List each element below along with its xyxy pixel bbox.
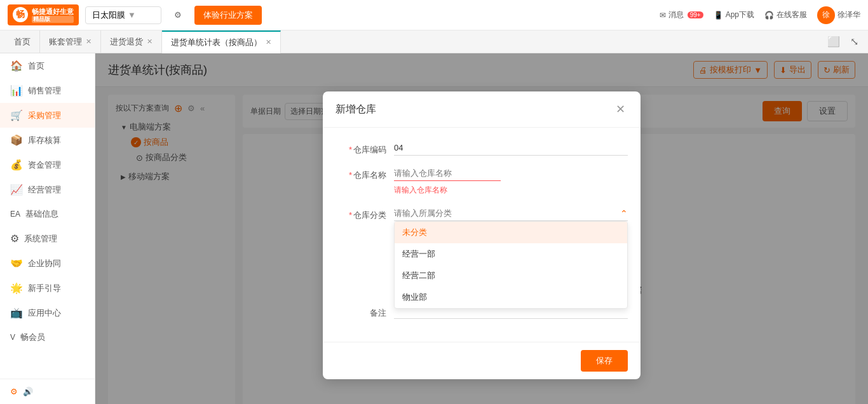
- sidebar-item-sales-label: 销售管理: [28, 85, 61, 97]
- username: 徐泽华: [837, 10, 860, 20]
- name-error-text: 请输入仓库名称: [394, 185, 447, 196]
- app-download-button[interactable]: 📱 App下载: [714, 10, 754, 20]
- inventory-icon: 📦: [10, 134, 23, 146]
- tab-purchase-return-label: 进货退货: [110, 36, 143, 48]
- avatar: 徐: [817, 6, 835, 24]
- purchase-icon: 🛒: [10, 109, 23, 121]
- tab-expand-button[interactable]: ⤡: [845, 33, 863, 51]
- system-icon: ⚙: [10, 232, 19, 245]
- messages-label: 消息: [668, 10, 684, 20]
- home-icon: 🏠: [10, 60, 23, 72]
- tab-purchase-stats[interactable]: 进货单统计表（按商品） ✕: [162, 30, 281, 53]
- volume-icon[interactable]: 🔊: [23, 387, 33, 396]
- app-icon: 📱: [714, 11, 723, 20]
- try-industry-button[interactable]: 体验行业方案: [194, 6, 262, 25]
- sidebar-item-apps[interactable]: 📺 应用中心: [0, 300, 95, 325]
- dropdown-item-dept2[interactable]: 经营二部: [395, 265, 627, 286]
- basic-icon: EA: [10, 210, 20, 219]
- layout: 🏠 首页 📊 销售管理 🛒 采购管理 📦 库存核算 💰 资金管理 📈 经营管理 …: [0, 53, 868, 404]
- tab-home[interactable]: 首页: [5, 30, 40, 53]
- main-content: 进货单统计(按商品) 🖨 按模板打印 ▼ ⬇ 导出 ↻ 刷新: [95, 53, 868, 404]
- save-button[interactable]: 保存: [581, 350, 628, 372]
- tabbar-actions: ⬜ ⤡: [825, 33, 863, 51]
- apps-icon: 📺: [10, 307, 23, 319]
- logo-text: 畅捷通好生意 精品版: [32, 7, 74, 24]
- code-field-row: 仓库编码: [336, 140, 628, 156]
- tab-account[interactable]: 账套管理 ✕: [40, 30, 101, 53]
- sidebar-item-member[interactable]: V 畅会员: [0, 325, 95, 349]
- store-name: 日太阳膜: [92, 10, 125, 21]
- sidebar-item-system-label: 系统管理: [24, 233, 57, 245]
- dialog-close-button[interactable]: ✕: [613, 102, 628, 117]
- tab-account-label: 账套管理: [49, 36, 82, 48]
- tab-account-close[interactable]: ✕: [86, 37, 92, 46]
- note-label: 备注: [336, 304, 386, 319]
- category-input[interactable]: [394, 206, 628, 221]
- category-field: ⌃ 未分类 经营一部 经营二部 物业部: [394, 206, 628, 221]
- logo-title: 畅捷通好生意: [32, 7, 74, 16]
- dialog-overlay: 新增仓库 ✕ 仓库编码 仓库名称: [95, 53, 868, 404]
- topbar-right: ✉ 消息 99+ 📱 App下载 🎧 在线客服 徐 徐泽华: [660, 6, 860, 24]
- name-label: 仓库名称: [336, 166, 386, 181]
- tab-purchase-return[interactable]: 进货退货 ✕: [101, 30, 162, 53]
- user-profile-button[interactable]: 徐 徐泽华: [817, 6, 860, 24]
- name-field-row: 仓库名称 请输入仓库名称: [336, 166, 628, 196]
- tab-purchase-stats-label: 进货单统计表（按商品）: [171, 37, 262, 48]
- sidebar-item-purchase[interactable]: 🛒 采购管理: [0, 103, 95, 128]
- sidebar-item-operation-label: 经营管理: [28, 184, 61, 196]
- sidebar-item-finance[interactable]: 💰 资金管理: [0, 152, 95, 177]
- category-label: 仓库分类: [336, 206, 386, 221]
- sidebar-item-enterprise-label: 企业协同: [28, 258, 61, 269]
- chevron-down-icon: ▼: [128, 10, 136, 20]
- sidebar: 🏠 首页 📊 销售管理 🛒 采购管理 📦 库存核算 💰 资金管理 📈 经营管理 …: [0, 53, 95, 404]
- code-input[interactable]: [394, 140, 628, 156]
- sidebar-item-system[interactable]: ⚙ 系统管理: [0, 226, 95, 251]
- name-input[interactable]: [394, 166, 501, 181]
- sidebar-item-operation[interactable]: 📈 经营管理: [0, 177, 95, 202]
- headset-icon: 🎧: [764, 11, 774, 20]
- message-icon: ✉: [660, 11, 666, 20]
- messages-badge: 99+: [688, 11, 703, 18]
- sidebar-item-apps-label: 应用中心: [28, 307, 61, 319]
- store-select[interactable]: 日太阳膜 ▼: [85, 6, 161, 24]
- tab-purchase-stats-close[interactable]: ✕: [266, 38, 271, 46]
- sidebar-item-home[interactable]: 🏠 首页: [0, 53, 95, 78]
- dropdown-item-dept1[interactable]: 经营一部: [395, 243, 627, 265]
- dialog-footer: 保存: [323, 342, 641, 379]
- tabbar: 首页 账套管理 ✕ 进货退货 ✕ 进货单统计表（按商品） ✕ ⬜ ⤡: [0, 30, 868, 53]
- settings-bottom-icon[interactable]: ⚙: [10, 387, 18, 396]
- sidebar-item-inventory[interactable]: 📦 库存核算: [0, 128, 95, 152]
- sidebar-item-enterprise[interactable]: 🤝 企业协同: [0, 251, 95, 276]
- guide-icon: 🌟: [10, 282, 23, 294]
- tab-restore-button[interactable]: ⬜: [825, 33, 843, 51]
- name-error-container: 请输入仓库名称: [336, 184, 447, 196]
- name-row-inner: 仓库名称: [336, 166, 501, 181]
- dropdown-item-property[interactable]: 物业部: [395, 286, 627, 308]
- sidebar-item-home-label: 首页: [28, 60, 44, 72]
- sidebar-item-finance-label: 资金管理: [28, 159, 61, 171]
- dropdown-item-uncategorized[interactable]: 未分类: [395, 222, 627, 243]
- logo-badge: 精品版: [32, 16, 74, 24]
- sidebar-item-guide-label: 新手引导: [28, 283, 61, 294]
- tab-purchase-return-close[interactable]: ✕: [147, 37, 153, 46]
- dialog-body: 仓库编码 仓库名称 请输入仓库名称: [323, 128, 641, 342]
- chevron-up-icon[interactable]: ⌃: [620, 208, 628, 219]
- member-icon: V: [10, 333, 15, 342]
- enterprise-icon: 🤝: [10, 257, 23, 269]
- tab-home-label: 首页: [14, 36, 31, 48]
- finance-icon: 💰: [10, 159, 23, 171]
- online-service-button[interactable]: 🎧 在线客服: [764, 10, 807, 20]
- sidebar-item-guide[interactable]: 🌟 新手引导: [0, 276, 95, 300]
- sidebar-bottom: ⚙ 🔊: [0, 379, 95, 404]
- sidebar-item-sales[interactable]: 📊 销售管理: [0, 78, 95, 103]
- settings-button[interactable]: ⚙: [168, 5, 188, 25]
- service-label: 在线客服: [776, 10, 807, 20]
- messages-button[interactable]: ✉ 消息 99+: [660, 10, 703, 20]
- operation-icon: 📈: [10, 184, 23, 196]
- sales-icon: 📊: [10, 84, 23, 97]
- restore-icon: ⬜: [827, 36, 840, 48]
- sidebar-item-basic[interactable]: EA 基础信息: [0, 202, 95, 226]
- gear-icon: ⚙: [174, 10, 182, 20]
- topbar: 畅 畅捷通好生意 精品版 日太阳膜 ▼ ⚙ 体验行业方案 ✉ 消息 99+ 📱 …: [0, 0, 868, 30]
- category-field-row: 仓库分类 ⌃ 未分类 经营一部 经营二部 物业部: [336, 206, 628, 221]
